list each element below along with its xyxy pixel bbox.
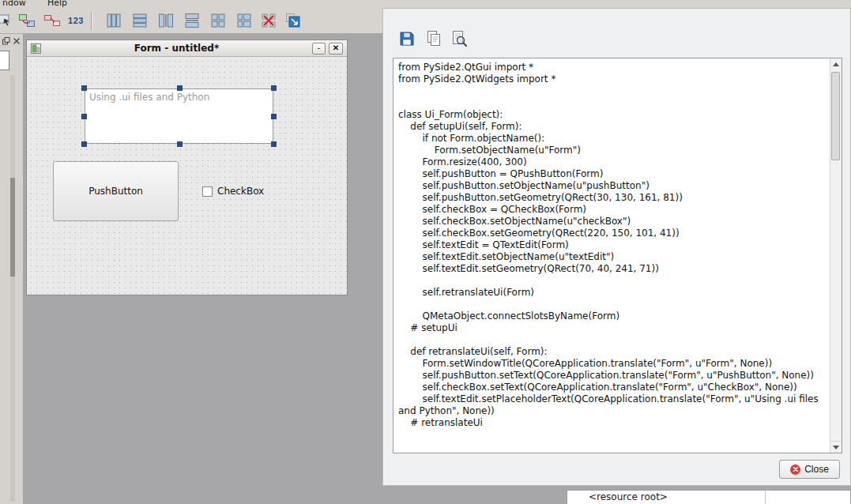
edit-tab-order-icon: 123 — [68, 16, 84, 25]
form-designer-window: Form - untitled* - ✕ Using .ui files and… — [26, 39, 348, 295]
textedit-widget[interactable]: Using .ui files and Python — [85, 88, 273, 144]
lay-out-vertically-icon — [131, 12, 149, 29]
lay-out-horizontally-in-splitter-button[interactable] — [156, 10, 176, 31]
selection-handle[interactable] — [81, 114, 87, 119]
close-dialog-button[interactable]: Close — [779, 460, 840, 479]
save-icon — [397, 29, 416, 48]
copy-button[interactable] — [423, 28, 445, 50]
arrow-up-icon — [833, 62, 839, 66]
scroll-down-button[interactable] — [830, 441, 842, 453]
lay-out-vertically-in-splitter-icon — [183, 12, 201, 29]
selection-handle[interactable] — [81, 141, 87, 147]
lay-out-horizontally-button[interactable] — [104, 10, 124, 31]
lay-out-in-form-layout-icon — [235, 12, 253, 29]
lay-out-horizontally-in-splitter-icon — [157, 12, 175, 29]
form-window-icon — [31, 43, 41, 54]
close-icon — [790, 465, 800, 475]
checkbox-label: CheckBox — [217, 186, 264, 197]
edit-signals-slots-button[interactable] — [17, 10, 37, 31]
edit-buddies-button[interactable] — [42, 10, 62, 31]
selection-handle[interactable] — [271, 85, 277, 91]
dock-close-icon — [13, 37, 21, 45]
lay-out-in-grid-button[interactable] — [208, 10, 228, 31]
widget-box-panel — [0, 34, 24, 504]
lay-out-in-form-layout-button[interactable] — [234, 10, 254, 31]
adjust-size-button[interactable] — [283, 10, 303, 31]
widget-box-scrollbar-thumb[interactable] — [10, 178, 15, 276]
selection-handle[interactable] — [177, 85, 183, 91]
adjust-size-icon — [284, 12, 302, 29]
column-divider — [765, 491, 766, 504]
lay-out-in-grid-icon — [209, 12, 227, 29]
edit-tab-order-button[interactable]: 123 — [66, 10, 86, 31]
code-view: from PySide2.QtGui import * from PySide2… — [393, 58, 842, 453]
checkbox-indicator[interactable] — [202, 186, 213, 197]
dock-float-icon — [2, 37, 10, 45]
generated-code[interactable]: from PySide2.QtGui import * from PySide2… — [393, 58, 830, 453]
resource-root-item[interactable]: <resource root> — [589, 491, 668, 502]
edit-widgets-button[interactable] — [0, 10, 15, 31]
selection-handle[interactable] — [177, 141, 183, 147]
menu-item-help[interactable]: Help — [47, 0, 67, 8]
form-window-title: Form - untitled* — [44, 43, 309, 54]
menu-item-window[interactable]: ndow — [2, 0, 26, 8]
pushbutton-widget[interactable]: PushButton — [53, 161, 179, 221]
form-canvas[interactable]: Using .ui files and Python PushButton Ch… — [27, 57, 347, 295]
copy-icon — [424, 29, 443, 48]
code-preview-dialog: from PySide2.QtGui import * from PySide2… — [382, 8, 851, 486]
selection-handle[interactable] — [271, 141, 277, 147]
find-icon — [450, 29, 469, 48]
textedit-box[interactable]: Using .ui files and Python — [85, 88, 273, 144]
lay-out-vertically-in-splitter-button[interactable] — [182, 10, 202, 31]
dock-close-button[interactable] — [12, 36, 21, 46]
resource-browser: <resource root> — [567, 490, 851, 504]
widget-filter-input[interactable] — [0, 51, 9, 70]
widget-box-scrollbar[interactable] — [10, 75, 15, 502]
find-button[interactable] — [448, 28, 470, 50]
selection-handle[interactable] — [271, 114, 277, 119]
dock-float-button[interactable] — [2, 36, 11, 46]
break-layout-button[interactable] — [258, 10, 279, 31]
form-window-titlebar[interactable]: Form - untitled* - ✕ — [27, 40, 347, 57]
toolbar-separator — [91, 12, 92, 30]
checkbox-widget[interactable]: CheckBox — [202, 184, 264, 198]
menu-bar: ndow Help — [0, 0, 851, 8]
edit-buddies-icon — [43, 12, 61, 29]
break-layout-icon — [260, 12, 277, 29]
save-button[interactable] — [396, 28, 418, 50]
arrow-down-icon — [833, 446, 839, 449]
lay-out-horizontally-icon — [105, 12, 122, 29]
edit-widgets-icon — [0, 12, 13, 29]
textedit-placeholder: Using .ui files and Python — [85, 89, 273, 105]
close-window-button[interactable]: ✕ — [329, 43, 343, 55]
minimize-button[interactable]: - — [312, 43, 326, 55]
close-button-label: Close — [804, 464, 829, 475]
selection-handle[interactable] — [81, 85, 87, 91]
code-scrollbar[interactable] — [830, 58, 842, 453]
lay-out-vertically-button[interactable] — [130, 10, 150, 31]
scrollbar-thumb[interactable] — [831, 72, 840, 160]
edit-signals-slots-icon — [18, 12, 36, 29]
scroll-up-button[interactable] — [830, 58, 842, 70]
